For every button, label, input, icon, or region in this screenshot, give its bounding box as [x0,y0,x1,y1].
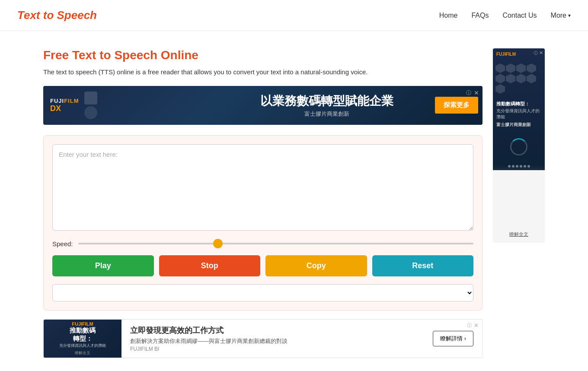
hex6 [506,74,515,83]
nav-home[interactable]: Home [439,12,458,19]
ad-top-icon1 [84,92,97,105]
page-description: The text to speech (TTS) online is a fre… [43,67,483,77]
ad-bottom-sub: 充分發揮資訊與人才的潛能 [58,343,108,349]
sidebar-ad: FUJIFILM 推動數碼轉型： 充分發揮資訊與人才的潛能 富士膠片商業創新 [493,48,545,243]
sidebar: FUJIFILM 推動數碼轉型： 充分發揮資訊與人才的潛能 富士膠片商業創新 [493,48,545,358]
nav-contact[interactable]: Contact Us [502,12,537,19]
dot5 [524,165,526,168]
sidebar-dot-nodes [493,162,545,170]
sidebar-sub-text: 充分發揮資訊與人才的潛能 [496,108,541,120]
ad-top-left: FUJIFILM DX [43,87,219,124]
hex9 [495,84,505,94]
ad-bottom-cta-text: 瞭解詳情 [440,335,463,342]
button-row: Play Stop Copy Reset [52,255,473,276]
hex1 [495,63,505,73]
sidebar-spinner [510,138,527,155]
sidebar-ad-bottom: 瞭解全文 [493,170,545,243]
ad-bottom-info-icon: ⓘ [467,322,472,329]
ad-top-title: 以業務數碼轉型賦能企業 [260,93,393,109]
sidebar-hexagons [493,60,545,97]
hex7 [516,74,526,83]
ad-bottom-readmore: 瞭解全文 [75,350,90,356]
ad-top-sub: 富士膠片商業創新 [304,110,349,118]
ad-top-fuji-logo: FUJIFILM DX [50,98,79,113]
dot2 [512,165,514,168]
speed-row: Speed: [52,240,473,247]
ad-bottom-middle: 立即發現更高效的工作方式 創新解決方案助你未雨綢繆——與富士膠片商業創新總裁的對… [121,320,424,357]
hex5 [495,74,505,83]
dot6 [527,165,530,168]
tts-box: Speed: Play Stop Copy Reset English (US)… [43,135,483,311]
sidebar-promo-text: 推動數碼轉型： [496,101,541,107]
page-title: Free Text to Speech Online [43,48,483,62]
ad-banner-bottom: FUJIFILM 推動數碼 轉型： 充分發揮資訊與人才的潛能 瞭解全文 立即發現… [43,319,483,358]
language-select[interactable]: English (US) Chinese (Traditional) Chine… [52,284,473,301]
ad-bottom-fuji-logo: FUJIFILM [72,321,93,327]
content-area: Free Text to Speech Online The text to s… [43,48,483,358]
sidebar-close-icon[interactable]: ✕ [539,50,543,56]
hex4 [527,63,536,73]
dot3 [516,165,518,168]
main-content: Free Text to Speech Online The text to s… [35,31,553,367]
header: Text to Speech Home FAQs Contact Us More [0,0,588,31]
ad-top-icon2 [84,106,97,119]
ad-bottom-right: 瞭解詳情 › [424,331,482,346]
ad-bottom-cta-arrow: › [464,335,466,342]
ad-top-cta[interactable]: 探索更多 [435,97,478,114]
hex3 [516,63,526,73]
copy-button[interactable]: Copy [265,255,367,276]
dot4 [520,165,522,168]
ad-bottom-close-icon[interactable]: ✕ [474,322,479,329]
play-button[interactable]: Play [52,255,154,276]
sidebar-brand-name: 富士膠片商業創新 [496,122,541,128]
ad-bottom-main-text: 推動數碼 [70,327,96,335]
reset-button[interactable]: Reset [372,255,474,276]
ad-top-center: 以業務數碼轉型賦能企業 富士膠片商業創新 [219,89,435,121]
sidebar-read-more[interactable]: 瞭解全文 [509,231,528,238]
speed-label: Speed: [52,240,73,247]
stop-button[interactable]: Stop [159,255,261,276]
sidebar-ad-text: 推動數碼轉型： 充分發揮資訊與人才的潛能 富士膠片商業創新 [493,97,545,131]
logo: Text to Speech [17,9,97,22]
nav: Home FAQs Contact Us More [439,12,571,19]
hex8 [527,74,536,83]
sidebar-spinner-area [493,131,545,162]
ad-banner-top: FUJIFILM DX 以業務數碼轉型賦能企業 富士膠片商業創新 探索更多 ⓘ … [43,86,483,125]
ad-bottom-main-text2: 轉型： [73,335,93,343]
ad-bottom-cta[interactable]: 瞭解詳情 › [433,331,473,346]
speed-slider[interactable] [78,243,473,244]
ad-top-dx: DX [50,104,79,113]
dot1 [508,165,511,168]
ad-top-icons [84,92,97,119]
ad-top-info-icon: ⓘ [466,89,471,97]
ad-top-close-icon[interactable]: ✕ [474,89,479,96]
ad-bottom-brand: FUJIFILM BI [130,346,415,352]
nav-faqs[interactable]: FAQs [471,12,489,19]
ad-bottom-image: FUJIFILM 推動數碼 轉型： 充分發揮資訊與人才的潛能 瞭解全文 [44,319,121,358]
nav-more[interactable]: More [551,12,571,19]
ad-bottom-title: 立即發現更高效的工作方式 [130,325,415,336]
hex2 [506,63,515,73]
sidebar-info-icon: ⓘ [534,50,538,56]
tts-textarea[interactable] [52,144,473,231]
ad-bottom-subtitle: 創新解決方案助你未雨綢繆——與富士膠片商業創新總裁的對談 [130,337,415,345]
